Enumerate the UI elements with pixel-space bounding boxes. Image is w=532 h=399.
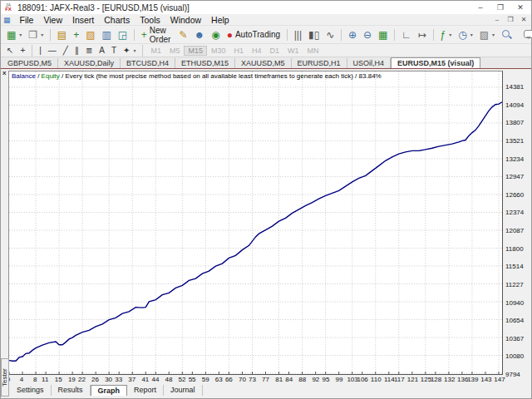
templates-icon-button[interactable]: ▨▾ bbox=[476, 27, 498, 42]
toolbar-separator bbox=[32, 45, 32, 57]
strategy-tester-icon-button[interactable]: ◲ bbox=[115, 27, 131, 42]
chart-tab-ethusd-m15[interactable]: ETHUSD,M15 bbox=[175, 58, 235, 68]
dropdown-arrow-icon[interactable]: ▾ bbox=[19, 32, 22, 37]
vertical-line-icon: | bbox=[39, 46, 42, 55]
timeframe-m5[interactable]: M5 bbox=[165, 46, 185, 56]
chart-shift-icon: ↦ bbox=[418, 29, 426, 41]
chat-bubble-icon-button[interactable] bbox=[520, 27, 532, 42]
chat-bubble-icon bbox=[524, 29, 532, 40]
chart-tab-eurusd-m15-visual-[interactable]: EURUSD,M15 (visual) bbox=[391, 57, 480, 68]
fibonacci-icon-button[interactable]: ≣ bbox=[82, 44, 96, 57]
timeframe-d1[interactable]: D1 bbox=[266, 46, 284, 56]
tester-tab-settings[interactable]: Settings bbox=[10, 385, 52, 396]
balance-graph[interactable]: Balance / Equity / Every tick (the most … bbox=[8, 71, 503, 375]
x-tick-label: 52 bbox=[179, 376, 186, 383]
x-tick-label: 92 bbox=[312, 376, 319, 383]
dropdown-arrow-icon[interactable]: ▾ bbox=[41, 32, 43, 37]
x-tick-label: 110 bbox=[371, 376, 382, 383]
equidistant-channel-icon-button[interactable]: ∥ bbox=[71, 44, 82, 57]
child-close-button[interactable]: ✕ bbox=[519, 16, 529, 23]
profiles-icon-button[interactable]: ❐▾ bbox=[25, 27, 47, 42]
timeframe-h1[interactable]: H1 bbox=[230, 46, 249, 56]
chart-shift-icon-button[interactable]: ↦ bbox=[415, 27, 430, 42]
child-restore-button[interactable]: ❐ bbox=[505, 16, 515, 23]
chat-icon-button[interactable]: ☻ bbox=[191, 27, 209, 42]
dropdown-arrow-icon[interactable]: ▾ bbox=[133, 47, 135, 53]
tester-close-button[interactable]: x bbox=[2, 69, 6, 76]
new-order-button[interactable]: +New Order bbox=[138, 24, 176, 46]
dropdown-arrow-icon[interactable]: ▾ bbox=[492, 32, 495, 37]
toolbar-right-items bbox=[498, 27, 532, 42]
toolbar-line-studies: ↖+|—╱∥≣AT✦▾ M1M5M15M30H1H4D1W1MN bbox=[1, 44, 531, 57]
close-button[interactable]: ✕ bbox=[511, 2, 530, 13]
minimize-button[interactable]: – bbox=[471, 2, 490, 13]
chart-tab-gbpusd-m5[interactable]: GBPUSD,M5 bbox=[2, 58, 58, 68]
y-tick-label: 11800 bbox=[505, 245, 524, 253]
x-tick-label: 41 bbox=[141, 376, 149, 383]
bars-chart-icon-button[interactable]: ||| bbox=[291, 27, 305, 42]
y-tick-label: 13807 bbox=[505, 119, 524, 126]
terminal-icon-button[interactable]: ▥ bbox=[98, 27, 114, 42]
timeframe-m15[interactable]: M15 bbox=[184, 46, 207, 56]
tester-tab-graph[interactable]: Graph bbox=[91, 385, 128, 396]
chart-tabs: GBPUSD,M5XAUUSD,DailyBTCUSD,H4ETHUSD,M15… bbox=[1, 57, 531, 68]
timeframe-m1[interactable]: M1 bbox=[146, 46, 165, 56]
x-tick-label: 44 bbox=[151, 376, 159, 383]
cursor-icon-button[interactable]: ↖ bbox=[3, 44, 17, 57]
chart-tab-xauusd-m5[interactable]: XAUUSD,M5 bbox=[235, 58, 292, 68]
zoom-out-icon-button[interactable]: ⊖ bbox=[360, 27, 375, 42]
y-tick-label: 10940 bbox=[505, 299, 524, 307]
news-icon: ◉ bbox=[211, 29, 219, 41]
navigator-icon-button[interactable]: ▧ bbox=[82, 27, 98, 42]
shapes-icon-button[interactable]: ✦▾ bbox=[120, 44, 139, 57]
auto-scroll-icon-button[interactable]: ∟ bbox=[398, 27, 415, 42]
timeframe-h4[interactable]: H4 bbox=[248, 46, 266, 56]
x-axis-labels: 0481115192226303337414448525559636670737… bbox=[1, 376, 510, 384]
dropdown-arrow-icon[interactable]: ▾ bbox=[470, 32, 473, 37]
market-watch-icon: ▤ bbox=[57, 29, 66, 41]
timeframe-w1[interactable]: W1 bbox=[283, 46, 303, 56]
news-icon-button[interactable]: ◉ bbox=[208, 27, 223, 42]
timeframe-m30[interactable]: M30 bbox=[207, 46, 230, 56]
x-tick-label: 55 bbox=[189, 376, 196, 383]
new-chart-icon-button[interactable]: ▦▾ bbox=[3, 27, 25, 42]
x-tick-label: 95 bbox=[322, 376, 329, 383]
zoom-out-icon: ⊖ bbox=[363, 29, 372, 41]
chart-tab-usoil-h4[interactable]: USOil,H4 bbox=[347, 58, 392, 68]
tester-tab-report[interactable]: Report bbox=[127, 385, 164, 396]
titlebar: JA FX 188091: JAFX-Real3 - [EURUSD,M15 (… bbox=[1, 1, 531, 14]
child-minimize-button[interactable]: – bbox=[492, 16, 502, 23]
data-window-icon-button[interactable]: + bbox=[70, 27, 82, 42]
chart-tab-xauusd-daily[interactable]: XAUUSD,Daily bbox=[58, 58, 121, 68]
autotrading-button[interactable]: ●AutoTrading bbox=[224, 27, 283, 42]
tester-tab-results[interactable]: Results bbox=[52, 385, 91, 396]
chart-tab-btcusd-h4[interactable]: BTCUSD,H4 bbox=[121, 58, 175, 68]
metaeditor-icon-button[interactable]: ✎ bbox=[176, 27, 191, 42]
crosshair-icon-button[interactable]: + bbox=[17, 44, 28, 57]
x-tick-label: 66 bbox=[225, 376, 233, 383]
restore-button[interactable]: ❐ bbox=[491, 2, 510, 13]
timeframe-mn[interactable]: MN bbox=[303, 46, 323, 56]
line-chart-icon-button[interactable]: ∿ bbox=[323, 27, 337, 42]
chart-tab-eurusd-h1[interactable]: EURUSD,H1 bbox=[292, 58, 347, 68]
x-tick-label: 128 bbox=[431, 376, 441, 383]
x-tick-label: 84 bbox=[285, 376, 293, 383]
horizontal-line-icon-button[interactable]: — bbox=[45, 44, 60, 57]
text-label-icon-button[interactable]: T bbox=[108, 44, 120, 57]
vertical-line-icon-button[interactable]: | bbox=[36, 44, 45, 57]
market-watch-icon-button[interactable]: ▤ bbox=[54, 27, 70, 42]
zoom-in-icon-button[interactable]: ⊕ bbox=[345, 27, 360, 42]
trendline-icon-button[interactable]: ╱ bbox=[60, 44, 71, 57]
candles-chart-icon-button[interactable]: ▮▯ bbox=[305, 27, 323, 42]
indicators-icon-button[interactable]: ƒ▾ bbox=[437, 27, 456, 42]
tester-caption[interactable]: Tester bbox=[1, 358, 9, 397]
tester-tab-journal[interactable]: Journal bbox=[164, 385, 203, 396]
tester-panel: x Balance / Equity / Every tick (the mos… bbox=[1, 69, 531, 398]
search-icon-button[interactable] bbox=[498, 27, 515, 42]
tile-windows-icon-button[interactable]: ▦ bbox=[375, 27, 391, 42]
toolbar-separator bbox=[341, 29, 342, 41]
dropdown-arrow-icon[interactable]: ▾ bbox=[449, 32, 451, 37]
text-icon-button[interactable]: A bbox=[96, 44, 108, 57]
periods-icon-button[interactable]: ◷▾ bbox=[455, 27, 476, 42]
metaeditor-icon: ✎ bbox=[180, 29, 188, 41]
